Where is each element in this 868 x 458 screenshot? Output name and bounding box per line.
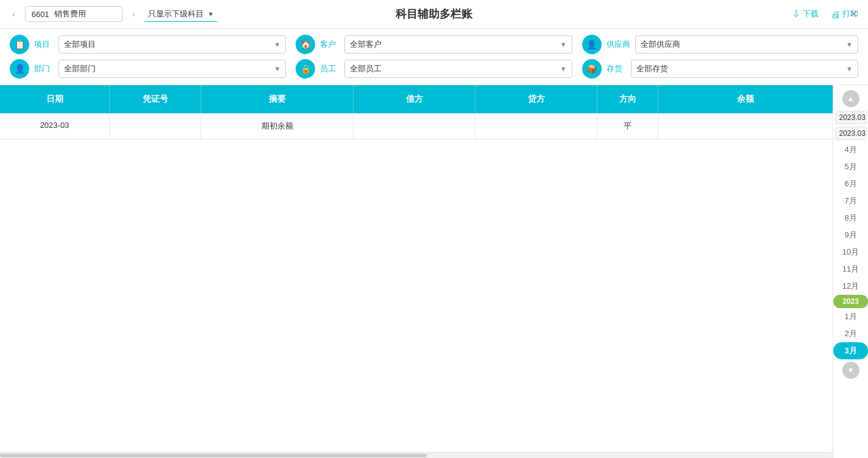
filter-inventory: 📦 存货 全部存货 ▼ xyxy=(582,59,858,79)
sidebar-month-1[interactable]: 1月 xyxy=(833,308,868,325)
inventory-arrow-icon: ▼ xyxy=(846,65,853,72)
table-body: 2023-03 期初余额 平 xyxy=(0,113,833,452)
page-title: 科目辅助多栏账 xyxy=(396,7,472,21)
department-value: 全部部门 xyxy=(64,63,96,74)
sidebar-month-8[interactable]: 8月 xyxy=(833,210,868,227)
filter-bar: 📋 项目 全部项目 ▼ 🏠 客户 全部客户 ▼ 👤 供应商 全部供应商 ▼ xyxy=(0,29,868,85)
customer-label: 客户 xyxy=(320,39,340,50)
col-summary: 摘要 xyxy=(201,85,354,113)
filter-department: 👤 部门 全部部门 ▼ xyxy=(10,59,286,79)
main-window: ‹ 6601 销售费用 › 只显示下级科目 ▼ 科目辅助多栏账 ⇩ 下载 🖨 打… xyxy=(0,0,868,458)
employee-value: 全部员工 xyxy=(350,63,382,74)
supplier-select[interactable]: 全部供应商 ▼ xyxy=(635,35,858,54)
sidebar-period-1[interactable]: 2023.03 xyxy=(835,111,867,124)
employee-select[interactable]: 全部员工 ▼ xyxy=(344,60,572,78)
sidebar-month-3[interactable]: 3月 xyxy=(833,342,868,359)
cell-summary: 期初余额 xyxy=(201,113,354,139)
cell-voucher xyxy=(110,113,201,139)
sidebar-month-7[interactable]: 7月 xyxy=(833,192,868,210)
main-content: 日期 凭证号 摘要 借方 贷方 方向 余额 2023-03 期初余额 平 xyxy=(0,85,868,458)
download-icon: ⇩ xyxy=(792,9,800,19)
inventory-value: 全部存货 xyxy=(636,63,668,74)
close-button[interactable]: ✕ xyxy=(849,7,858,21)
sidebar-year-2023[interactable]: 2023 xyxy=(833,295,868,308)
employee-arrow-icon: ▼ xyxy=(560,65,567,72)
show-sub-dropdown[interactable]: 只显示下级科目 ▼ xyxy=(144,7,218,22)
sidebar-month-6[interactable]: 6月 xyxy=(833,175,868,192)
sidebar-down-arrow[interactable]: ▼ xyxy=(842,362,859,379)
cell-credit xyxy=(475,113,597,139)
print-icon: 🖨 xyxy=(831,9,840,19)
account-code: 6601 xyxy=(32,10,49,19)
col-date: 日期 xyxy=(0,85,110,113)
supplier-icon: 👤 xyxy=(582,35,602,54)
supplier-value: 全部供应商 xyxy=(641,39,680,50)
inventory-label: 存货 xyxy=(607,63,626,74)
scrollbar-thumb[interactable] xyxy=(0,454,427,457)
department-select[interactable]: 全部部门 ▼ xyxy=(59,60,286,78)
sidebar-month-10[interactable]: 10月 xyxy=(833,244,868,261)
download-button[interactable]: ⇩ 下载 xyxy=(792,9,819,19)
project-icon: 📋 xyxy=(10,35,29,54)
supplier-arrow-icon: ▼ xyxy=(846,41,853,48)
col-direction: 方向 xyxy=(597,85,658,113)
filter-project: 📋 项目 全部项目 ▼ xyxy=(10,35,286,54)
filter-customer: 🏠 客户 全部客户 ▼ xyxy=(296,35,572,54)
col-balance: 余额 xyxy=(658,85,833,113)
project-arrow-icon: ▼ xyxy=(274,41,280,48)
col-voucher: 凭证号 xyxy=(110,85,201,113)
inventory-select[interactable]: 全部存货 ▼ xyxy=(631,60,858,78)
inventory-icon: 📦 xyxy=(582,59,602,79)
customer-arrow-icon: ▼ xyxy=(560,41,567,48)
col-debit: 借方 xyxy=(354,85,475,113)
top-bar: ‹ 6601 销售费用 › 只显示下级科目 ▼ 科目辅助多栏账 ⇩ 下载 🖨 打… xyxy=(0,0,868,29)
table-row: 2023-03 期初余额 平 xyxy=(0,113,833,139)
next-account-arrow[interactable]: › xyxy=(130,8,138,20)
col-credit: 贷方 xyxy=(475,85,597,113)
project-label: 项目 xyxy=(34,39,54,50)
sidebar-month-12[interactable]: 12月 xyxy=(833,278,868,295)
account-code-box: 6601 销售费用 xyxy=(25,6,123,22)
top-actions: ⇩ 下载 🖨 打印 xyxy=(792,9,858,19)
department-arrow-icon: ▼ xyxy=(274,65,280,72)
show-sub-arrow-icon: ▼ xyxy=(207,10,214,18)
account-name: 销售费用 xyxy=(54,9,86,19)
sidebar-month-11[interactable]: 11月 xyxy=(833,261,868,278)
department-icon: 👤 xyxy=(10,59,29,79)
filter-employee: 🔒 员工 全部员工 ▼ xyxy=(296,59,572,79)
department-label: 部门 xyxy=(34,63,54,74)
employee-label: 员工 xyxy=(320,63,340,74)
prev-account-arrow[interactable]: ‹ xyxy=(10,8,18,20)
project-value: 全部项目 xyxy=(64,39,96,50)
employee-icon: 🔒 xyxy=(296,59,315,79)
sidebar-up-arrow[interactable]: ▲ xyxy=(842,90,859,107)
cell-direction: 平 xyxy=(597,113,658,139)
sidebar-month-9[interactable]: 9月 xyxy=(833,227,868,244)
customer-value: 全部客户 xyxy=(350,39,382,50)
sidebar-month-5[interactable]: 5月 xyxy=(833,158,868,175)
table-header: 日期 凭证号 摘要 借方 贷方 方向 余额 xyxy=(0,85,833,113)
table-area: 日期 凭证号 摘要 借方 贷方 方向 余额 2023-03 期初余额 平 xyxy=(0,85,833,458)
horizontal-scrollbar[interactable] xyxy=(0,452,833,458)
customer-select[interactable]: 全部客户 ▼ xyxy=(344,35,572,54)
show-sub-label: 只显示下级科目 xyxy=(148,9,204,19)
right-sidebar: ▲ 2023.03 2023.03 4月 5月 6月 7月 8月 9月 10月 … xyxy=(833,85,868,458)
sidebar-month-4[interactable]: 4月 xyxy=(833,141,868,158)
download-label: 下载 xyxy=(803,9,819,19)
customer-icon: 🏠 xyxy=(296,35,315,54)
cell-debit xyxy=(354,113,475,139)
cell-date: 2023-03 xyxy=(0,113,110,139)
supplier-label: 供应商 xyxy=(607,39,630,50)
cell-balance xyxy=(658,113,833,139)
sidebar-month-2[interactable]: 2月 xyxy=(833,325,868,342)
project-select[interactable]: 全部项目 ▼ xyxy=(59,35,286,54)
sidebar-period-2[interactable]: 2023.03 xyxy=(835,127,867,140)
filter-supplier: 👤 供应商 全部供应商 ▼ xyxy=(582,35,858,54)
